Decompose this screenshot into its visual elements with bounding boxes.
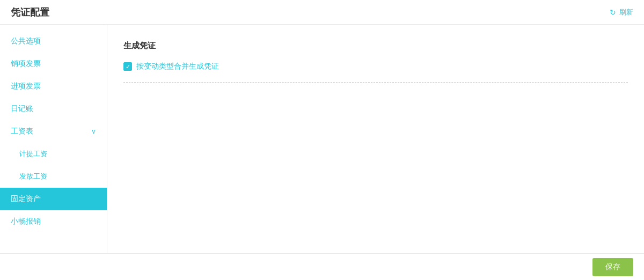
refresh-button[interactable]: ↻ 刷新 (610, 8, 633, 17)
sidebar-label-calc-salary: 计提工资 (19, 149, 47, 159)
sidebar-label-pay-salary: 发放工资 (19, 172, 47, 181)
chevron-down-icon: ∨ (91, 128, 96, 135)
sidebar-label-payroll-table: 工资表 (11, 127, 33, 136)
sidebar-item-pay-salary[interactable]: 发放工资 (0, 165, 107, 188)
save-button[interactable]: 保存 (592, 258, 633, 276)
refresh-icon: ↻ (610, 8, 616, 17)
sidebar-label-sales-invoice: 销项发票 (11, 59, 41, 69)
sidebar-item-calc-salary[interactable]: 计提工资 (0, 143, 107, 165)
main-content: 生成凭证 ✓ 按变动类型合并生成凭证 (107, 25, 644, 253)
refresh-label: 刷新 (619, 8, 633, 17)
sidebar-label-petty-expense: 小畅报销 (11, 217, 41, 226)
sidebar-item-petty-expense[interactable]: 小畅报销 (0, 210, 107, 233)
section-title: 生成凭证 (123, 41, 628, 51)
merge-voucher-label: 按变动类型合并生成凭证 (136, 62, 219, 71)
sidebar-item-purchase-invoice[interactable]: 进项发票 (0, 75, 107, 98)
sidebar-item-journal[interactable]: 日记账 (0, 98, 107, 120)
sidebar-label-purchase-invoice: 进项发票 (11, 82, 41, 91)
section-divider (123, 82, 628, 83)
merge-voucher-row: ✓ 按变动类型合并生成凭证 (123, 62, 628, 71)
sidebar-item-fixed-assets[interactable]: 固定资产 (0, 188, 107, 210)
page-title: 凭证配置 (11, 6, 49, 19)
sidebar-item-payroll-table[interactable]: 工资表∨ (0, 120, 107, 143)
merge-voucher-checkbox[interactable]: ✓ (123, 62, 132, 71)
check-mark-icon: ✓ (126, 64, 130, 70)
sidebar-label-fixed-assets: 固定资产 (11, 194, 41, 204)
header: 凭证配置 ↻ 刷新 (0, 0, 644, 25)
footer: 保存 (0, 253, 644, 280)
sidebar-label-public-options: 公共选项 (11, 36, 41, 46)
page-wrapper: 凭证配置 ↻ 刷新 公共选项销项发票进项发票日记账工资表∨计提工资发放工资固定资… (0, 0, 644, 280)
sidebar: 公共选项销项发票进项发票日记账工资表∨计提工资发放工资固定资产小畅报销 (0, 25, 107, 253)
sidebar-item-public-options[interactable]: 公共选项 (0, 30, 107, 53)
sidebar-item-sales-invoice[interactable]: 销项发票 (0, 53, 107, 75)
body: 公共选项销项发票进项发票日记账工资表∨计提工资发放工资固定资产小畅报销 生成凭证… (0, 25, 644, 253)
sidebar-label-journal: 日记账 (11, 104, 33, 114)
